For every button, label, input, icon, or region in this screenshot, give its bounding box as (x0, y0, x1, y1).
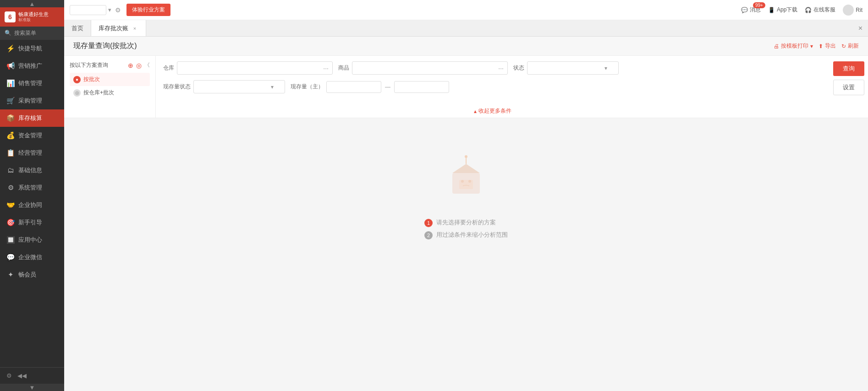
filter-sidebar: 按以下方案查询 ⊕ ◎ 《 ● 按批次 ◎ 按仓库+批次 (64, 56, 156, 118)
stock-qty-label: 现存量（主） (291, 83, 324, 91)
online-service-btn[interactable]: 🎧 在线客服 (805, 6, 835, 14)
sidebar-scroll-down[interactable]: ▼ (0, 384, 64, 391)
online-service-label: 在线客服 (813, 6, 835, 14)
sidebar-item-label-members: 畅会员 (18, 271, 36, 279)
header-search-input[interactable] (70, 5, 106, 15)
sidebar-item-apps[interactable]: 🔲应用中心 (0, 231, 64, 249)
sidebar-item-icon-basics: 🗂 (6, 166, 15, 174)
sidebar-item-label-inventory: 库存核算 (18, 114, 42, 122)
tab-home[interactable]: 首页 (64, 20, 91, 36)
goods-dots-icon: ··· (498, 65, 504, 72)
sidebar-item-inventory[interactable]: 📦库存核算 (0, 109, 64, 127)
sidebar-item-icon-system: ⚙ (6, 184, 15, 192)
print-chevron-icon[interactable] (810, 43, 813, 49)
status-select[interactable] (527, 61, 619, 75)
sidebar-item-members[interactable]: ✦畅会员 (0, 266, 64, 283)
filter-collapse-icon[interactable]: 《 (144, 61, 150, 69)
export-button[interactable]: ⬆ 导出 (819, 42, 836, 50)
empty-tip-2: 2 用过滤条件来缩小分析范围 (424, 231, 508, 239)
tab-close-icon[interactable]: × (131, 25, 138, 32)
filter-option-warehouse-batch[interactable]: ◎ 按仓库+批次 (70, 86, 150, 99)
sidebar-item-label-marketing: 营销推广 (18, 62, 42, 70)
sidebar-item-label-enterprise: 企业协同 (18, 201, 42, 209)
sidebar-item-icon-purchase: 🛒 (6, 97, 15, 105)
refresh-button[interactable]: ↻ 刷新 (841, 42, 859, 50)
stock-qty-max[interactable] (394, 81, 449, 93)
filter-collapse-row[interactable]: 收起更多条件 (156, 104, 830, 118)
stock-qty-min[interactable] (326, 81, 381, 93)
export-icon: ⬆ (819, 43, 823, 49)
messages-count: 99+ (753, 2, 765, 8)
tab-bar-close-icon[interactable]: × (858, 24, 863, 33)
sidebar-item-label-system: 系统管理 (18, 184, 42, 192)
filter-option-batch-icon: ● (73, 76, 81, 83)
sidebar-item-label-basics: 基础信息 (18, 166, 42, 174)
svg-point-6 (468, 180, 471, 183)
collapse-icon[interactable]: ◀◀ (17, 372, 27, 379)
app-download-btn[interactable]: 📱 App下载 (768, 6, 797, 14)
sidebar-item-label-apps: 应用中心 (18, 236, 42, 244)
sidebar-item-system[interactable]: ⚙系统管理 (0, 179, 64, 196)
user-profile[interactable]: Rit (843, 5, 863, 16)
sidebar-item-label-sales: 销售管理 (18, 79, 42, 87)
top-header: ⚙ 体验行业方案 💬 消息 99+ 📱 App下载 🎧 在线客服 Rit (64, 0, 868, 20)
sidebar-item-label-wechat: 企业微信 (18, 253, 42, 261)
sidebar-item-sales[interactable]: 📊销售管理 (0, 75, 64, 92)
add-filter-icon[interactable]: ⊕ (128, 62, 133, 69)
tip-num-2: 2 (424, 231, 433, 239)
print-label: 按模板打印 (781, 42, 808, 50)
empty-state: 1 请先选择要分析的方案 2 用过滤条件来缩小分析范围 (64, 118, 868, 276)
filter-main-wrapper: 仓库 ··· 商品 ··· (156, 56, 830, 118)
filter-option-wb-icon: ◎ (73, 89, 81, 97)
status-field: 状态 (513, 61, 619, 75)
sidebar-item-marketing[interactable]: 📢营销推广 (0, 57, 64, 75)
status-label: 状态 (513, 64, 524, 72)
print-button[interactable]: 🖨 按模板打印 (774, 42, 813, 50)
sidebar-search[interactable]: 🔍 搜索菜单 (0, 27, 64, 40)
sidebar-item-newbie[interactable]: 🎯新手引导 (0, 214, 64, 231)
sidebar-item-icon-apps: 🔲 (6, 236, 15, 244)
tip-text-2: 用过滤条件来缩小分析范围 (436, 231, 508, 239)
sidebar-item-finance[interactable]: 💰资金管理 (0, 127, 64, 144)
warehouse-input[interactable]: ··· (177, 61, 333, 75)
tab-batch-account[interactable]: 库存批次账 × (91, 20, 146, 36)
app-icon: 📱 (768, 7, 775, 13)
filter-settings-icon[interactable]: ◎ (136, 62, 142, 69)
sidebar-item-operations[interactable]: 📋经营管理 (0, 144, 64, 162)
stock-status-select[interactable] (193, 80, 285, 93)
sidebar-scroll-up[interactable]: ▲ (0, 0, 64, 7)
filter-option-batch[interactable]: ● 按批次 (70, 73, 150, 86)
sidebar-item-quick-nav[interactable]: ⚡快捷导航 (0, 40, 64, 57)
filter-sidebar-title: 按以下方案查询 ⊕ ◎ 《 (70, 61, 150, 69)
sidebar-item-icon-sales: 📊 (6, 79, 15, 87)
sidebar-item-basics[interactable]: 🗂基础信息 (0, 162, 64, 179)
stock-status-chevron-icon (271, 84, 274, 90)
sidebar-item-enterprise[interactable]: 🤝企业协同 (0, 196, 64, 214)
sidebar-item-label-finance: 资金管理 (18, 131, 42, 140)
sidebar-item-icon-marketing: 📢 (6, 62, 15, 70)
header-right: 💬 消息 99+ 📱 App下载 🎧 在线客服 Rit (741, 5, 863, 16)
search-icon: 🔍 (5, 30, 11, 36)
query-button[interactable]: 查询 (833, 61, 864, 76)
tab-batch-label: 库存批次账 (99, 24, 128, 33)
goods-input[interactable]: ··· (352, 61, 508, 75)
filter-option-batch-label: 按批次 (83, 76, 100, 83)
goods-label: 商品 (338, 64, 349, 72)
sidebar-item-label-newbie: 新手引导 (18, 218, 42, 227)
sidebar-nav: ⚡快捷导航📢营销推广📊销售管理🛒采购管理📦库存核算💰资金管理📋经营管理🗂基础信息… (0, 40, 64, 367)
main-content: ⚙ 体验行业方案 💬 消息 99+ 📱 App下载 🎧 在线客服 Rit (64, 0, 868, 391)
header-gear-icon[interactable]: ⚙ (115, 6, 121, 14)
settings-icon[interactable]: ⚙ (6, 372, 12, 379)
svg-point-5 (461, 180, 464, 183)
settings-button[interactable]: 设置 (833, 80, 864, 95)
filter-sidebar-title-text: 按以下方案查询 (70, 61, 108, 69)
trial-button[interactable]: 体验行业方案 (126, 4, 170, 16)
sidebar-item-purchase[interactable]: 🛒采购管理 (0, 92, 64, 109)
header-chevron-icon[interactable] (108, 6, 111, 13)
messages-badge[interactable]: 💬 消息 99+ (741, 6, 761, 14)
stock-qty-range: — (326, 81, 449, 93)
sidebar-item-wechat[interactable]: 💬企业微信 (0, 249, 64, 266)
warehouse-dots-icon: ··· (323, 65, 329, 72)
sidebar-bottom: ⚙ ◀◀ (0, 367, 64, 384)
filter-option-wb-label: 按仓库+批次 (83, 89, 114, 97)
